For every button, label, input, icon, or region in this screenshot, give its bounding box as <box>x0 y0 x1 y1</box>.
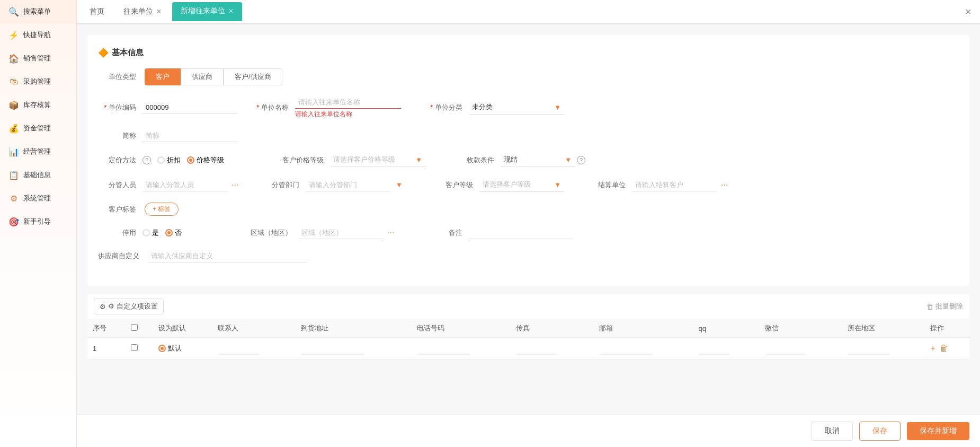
unit-name-input[interactable] <box>295 96 401 109</box>
radio-discount[interactable]: 折扣 <box>157 155 181 165</box>
unit-code-input[interactable] <box>142 101 238 114</box>
region-more-btn[interactable]: ··· <box>385 228 396 238</box>
tab-bar: 首页 往来单位 ✕ 新增往来单位 ✕ ✕ <box>77 0 980 24</box>
sidebar-item-basic[interactable]: 📋 基础信息 <box>0 163 76 187</box>
row-region <box>842 338 925 360</box>
pricing-row: 定价方法 ? 折扣 价格等级 客户价格等级 <box>98 153 959 167</box>
sidebar-item-guide[interactable]: 🎯 新手引导 <box>0 210 76 233</box>
sidebar-item-quicknav[interactable]: ⚡ 快捷导航 <box>0 23 76 47</box>
section-header: 🔶 基本信息 <box>98 48 959 58</box>
unit-name-label: 单位名称 <box>251 103 293 112</box>
remark-input[interactable] <box>469 226 573 239</box>
short-name-group: 简称 <box>98 129 246 142</box>
cancel-button[interactable]: 取消 <box>812 422 853 441</box>
department-input[interactable] <box>306 179 390 191</box>
unit-code-group: 单位编码 <box>98 101 246 114</box>
fax-input[interactable] <box>516 342 558 355</box>
wechat-input[interactable] <box>765 342 807 355</box>
contact-input[interactable] <box>218 342 260 355</box>
qq-input[interactable] <box>698 342 730 355</box>
tab-new-partner[interactable]: 新增往来单位 ✕ <box>172 2 242 21</box>
pricing-help-icon[interactable]: ? <box>142 156 151 164</box>
select-all-checkbox[interactable] <box>131 324 138 331</box>
row-phone <box>412 338 511 360</box>
section-title: 基本信息 <box>112 48 144 58</box>
close-partners-tab[interactable]: ✕ <box>156 8 162 15</box>
table-toolbar: ⚙ ⚙ 自定义项设置 🗑 批量删除 <box>87 294 969 319</box>
customer-price-level-select[interactable]: 请选择客户价格等级 ▼ <box>330 153 425 167</box>
col-default: 设为默认 <box>153 319 213 338</box>
operation-icon: 📊 <box>8 146 19 157</box>
contacts-table: 序号 设为默认 联系人 到货地址 电话号码 传真 邮箱 qq 微信 所在地区 操… <box>87 319 969 360</box>
close-all-tabs[interactable]: ✕ <box>960 5 976 19</box>
phone-input[interactable] <box>417 342 470 355</box>
settlement-unit-label: 结算单位 <box>587 180 630 190</box>
sidebar-item-inventory[interactable]: 📦 库存核算 <box>0 93 76 117</box>
row-contact <box>212 338 295 360</box>
batch-delete-btn[interactable]: 🗑 批量删除 <box>926 302 963 311</box>
department-select[interactable]: ▼ <box>393 179 406 191</box>
payment-terms-select[interactable]: 现结 ▼ <box>501 153 575 167</box>
sidebar-item-operation[interactable]: 📊 经营管理 <box>0 140 76 163</box>
settlement-unit-input[interactable] <box>632 179 717 191</box>
sidebar-item-search[interactable]: 🔍 搜索菜单 <box>0 0 76 23</box>
short-name-row: 简称 <box>98 129 959 142</box>
customer-level-label: 客户等级 <box>435 180 477 190</box>
manager-input[interactable] <box>142 179 227 191</box>
delete-row-btn[interactable]: 🗑 <box>940 344 948 353</box>
unit-type-label: 单位类型 <box>98 72 140 82</box>
row-action-btns: + 🗑 <box>925 338 969 360</box>
region-input[interactable] <box>298 226 383 239</box>
radio-price-level-circle <box>187 156 194 164</box>
radio-disabled-no[interactable]: 否 <box>165 228 182 238</box>
settlement-unit-group: 结算单位 ··· <box>587 179 730 191</box>
finance-icon: 💰 <box>8 123 19 134</box>
type-btn-group: 客户 供应商 客户/供应商 <box>145 68 282 85</box>
manager-more-btn[interactable]: ··· <box>229 180 240 190</box>
customer-level-select[interactable]: 请选择客户等级 ▼ <box>479 178 564 192</box>
unit-name-group: 单位名称 请输入往来单位名称 <box>251 96 420 119</box>
save-and-new-button[interactable]: 保存并新增 <box>907 422 969 440</box>
email-input[interactable] <box>599 342 652 355</box>
row-region-input[interactable] <box>848 342 890 355</box>
payment-help-icon[interactable]: ? <box>577 156 585 164</box>
sidebar-item-purchase[interactable]: 🛍 采购管理 <box>0 70 76 93</box>
row-default-radio[interactable]: 默认 <box>158 344 208 353</box>
type-btn-supplier[interactable]: 供应商 <box>181 68 224 85</box>
radio-disabled-yes[interactable]: 是 <box>142 228 159 238</box>
sidebar-item-finance[interactable]: 💰 资金管理 <box>0 117 76 140</box>
radio-price-level[interactable]: 价格等级 <box>187 155 224 165</box>
purchase-icon: 🛍 <box>8 76 19 87</box>
contacts-table-section: ⚙ ⚙ 自定义项设置 🗑 批量删除 序号 设为默认 联系人 到货地址 <box>87 294 969 360</box>
content-area: 🔶 基本信息 单位类型 客户 供应商 客户/供应商 单位编码 单位 <box>77 24 980 415</box>
quicknav-icon: ⚡ <box>8 30 19 40</box>
unit-category-select[interactable]: 未分类 ▼ <box>469 100 564 115</box>
save-button[interactable]: 保存 <box>859 422 901 441</box>
short-name-label: 简称 <box>98 131 140 141</box>
unit-category-group: 单位分类 未分类 ▼ <box>424 100 573 115</box>
add-row-btn[interactable]: + <box>930 344 935 353</box>
add-tag-button[interactable]: + 标签 <box>145 203 179 216</box>
customize-btn[interactable]: ⚙ ⚙ 自定义项设置 <box>94 299 164 314</box>
tab-partners[interactable]: 往来单位 ✕ <box>115 3 170 21</box>
short-name-input[interactable] <box>142 129 238 142</box>
settlement-more-btn[interactable]: ··· <box>719 180 730 190</box>
customer-tag-label: 客户标签 <box>98 205 140 214</box>
close-new-partner-tab[interactable]: ✕ <box>228 7 234 15</box>
col-qq: qq <box>693 319 759 338</box>
unit-code-label: 单位编码 <box>98 103 140 112</box>
form-footer: 取消 保存 保存并新增 <box>77 415 980 447</box>
sidebar-item-sales[interactable]: 🏠 销售管理 <box>0 47 76 70</box>
type-btn-both[interactable]: 客户/供应商 <box>224 68 282 85</box>
tab-home[interactable]: 首页 <box>81 3 113 21</box>
default-radio-circle <box>158 345 166 352</box>
manager-group: 分管人员 ··· <box>98 179 257 191</box>
disabled-group: 停用 是 否 <box>98 228 246 238</box>
supplier-custom-input[interactable] <box>148 250 307 262</box>
address-input[interactable] <box>301 342 364 355</box>
sidebar-item-system[interactable]: ⚙ 系统管理 <box>0 187 76 210</box>
type-btn-customer[interactable]: 客户 <box>145 68 181 85</box>
sidebar: 🔍 搜索菜单 ⚡ 快捷导航 🏠 销售管理 🛍 采购管理 📦 库存核算 💰 资金管… <box>0 0 77 447</box>
unit-basic-row: 单位编码 单位名称 请输入往来单位名称 单位分类 未分类 ▼ <box>98 96 959 119</box>
row-checkbox[interactable] <box>131 344 138 351</box>
